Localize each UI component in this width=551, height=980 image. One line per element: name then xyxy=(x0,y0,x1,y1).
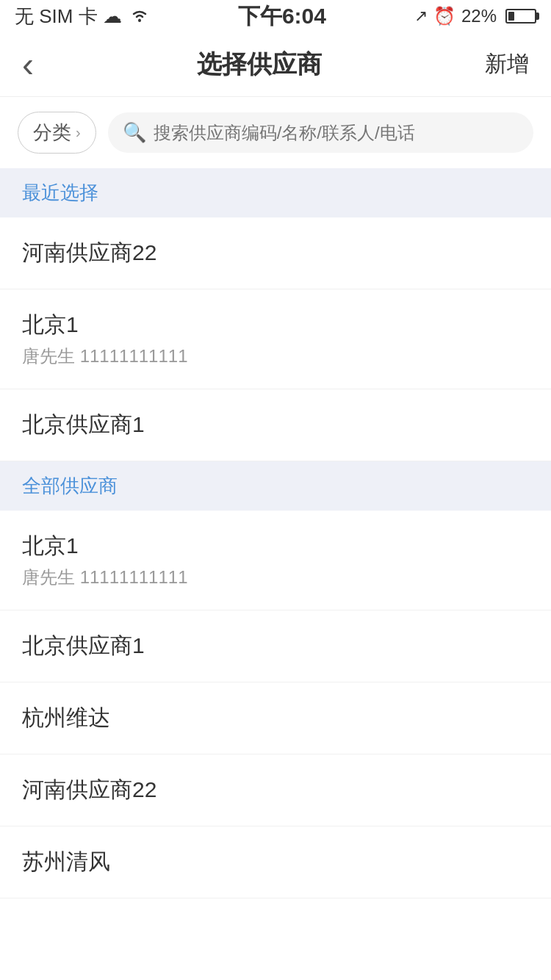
filter-bar: 分类 › 🔍 xyxy=(0,97,551,168)
all-list-item[interactable]: 北京供应商1 xyxy=(0,610,551,682)
category-button[interactable]: 分类 › xyxy=(18,112,96,154)
back-button[interactable]: ‹ xyxy=(15,37,41,92)
status-time: 下午6:04 xyxy=(238,1,326,32)
item-name: 北京1 xyxy=(22,531,529,561)
category-label: 分类 xyxy=(33,120,71,145)
chevron-right-icon: › xyxy=(76,124,81,141)
recent-list-item[interactable]: 北京1唐先生 11111111111 xyxy=(0,289,551,389)
item-name: 苏州清风 xyxy=(22,847,529,877)
search-icon: 🔍 xyxy=(123,121,146,144)
item-name: 杭州维达 xyxy=(22,703,529,733)
item-name: 北京1 xyxy=(22,310,529,340)
nav-bar: ‹ 选择供应商 新增 xyxy=(0,32,551,97)
recent-list-item[interactable]: 北京供应商1 xyxy=(0,389,551,461)
item-name: 北京供应商1 xyxy=(22,631,529,661)
search-input[interactable] xyxy=(154,123,519,143)
item-name: 河南供应商22 xyxy=(22,775,529,805)
status-left: 无 SIM 卡 ☁ xyxy=(15,4,150,29)
add-button[interactable]: 新增 xyxy=(485,49,529,79)
svg-point-0 xyxy=(138,19,141,22)
all-list-item[interactable]: 苏州清风 xyxy=(0,826,551,898)
all-section-label: 全部供应商 xyxy=(22,475,118,497)
recent-section-header: 最近选择 xyxy=(0,168,551,217)
all-list: 北京1唐先生 11111111111北京供应商1杭州维达河南供应商22苏州清风 xyxy=(0,511,551,898)
alarm-icon: ⏰ xyxy=(433,6,455,26)
status-bar: 无 SIM 卡 ☁ 下午6:04 ↗ ⏰ 22% xyxy=(0,0,551,32)
all-list-item[interactable]: 北京1唐先生 11111111111 xyxy=(0,511,551,610)
item-name: 北京供应商1 xyxy=(22,410,529,440)
battery-percent: 22% xyxy=(461,6,497,26)
all-section-header: 全部供应商 xyxy=(0,461,551,511)
search-box[interactable]: 🔍 xyxy=(108,112,533,153)
item-name: 河南供应商22 xyxy=(22,238,529,268)
wifi-icon xyxy=(129,5,150,28)
battery-icon xyxy=(505,9,536,24)
item-contact: 唐先生 11111111111 xyxy=(22,345,529,368)
recent-list-item[interactable]: 河南供应商22 xyxy=(0,217,551,289)
all-list-item[interactable]: 杭州维达 xyxy=(0,682,551,754)
location-icon: ↗ xyxy=(414,7,428,26)
page-title: 选择供应商 xyxy=(197,48,322,82)
all-list-item[interactable]: 河南供应商22 xyxy=(0,754,551,826)
recent-section-label: 最近选择 xyxy=(22,181,98,203)
sim-status: 无 SIM 卡 ☁ xyxy=(15,4,122,29)
item-contact: 唐先生 11111111111 xyxy=(22,566,529,589)
status-right: ↗ ⏰ 22% xyxy=(414,6,536,26)
recent-list: 河南供应商22北京1唐先生 11111111111北京供应商1 xyxy=(0,217,551,461)
